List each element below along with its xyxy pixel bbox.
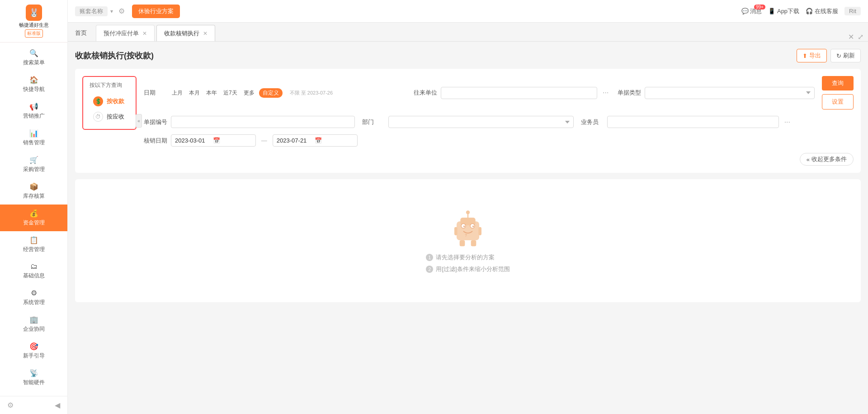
counterpart-input[interactable] xyxy=(441,87,597,99)
dept-select[interactable] xyxy=(388,116,573,128)
tab-home[interactable]: 首页 xyxy=(68,25,94,41)
counterpart-more-icon[interactable]: ··· xyxy=(601,89,610,97)
message-badge[interactable]: 💬 消息 99+ xyxy=(741,7,762,15)
tab-prepay-close-icon[interactable]: ✕ xyxy=(142,30,147,37)
capital-icon: 💰 xyxy=(29,209,38,218)
message-count: 99+ xyxy=(754,5,765,10)
query-button[interactable]: 查询 xyxy=(822,76,854,90)
app-logo: 🐰 畅捷通好生意 标准版 xyxy=(0,0,67,43)
hardware-icon: 📡 xyxy=(29,369,38,377)
topbar-right: 💬 消息 99+ 📱 App下载 🎧 在线客服 Rit xyxy=(741,7,861,15)
page-title: 收款核销执行(按收款) xyxy=(75,50,154,61)
sidebar-item-enterprise[interactable]: 🏢 企业协同 xyxy=(0,311,67,338)
account-name[interactable]: 账套名称 xyxy=(75,6,108,16)
collapse-sidebar-icon[interactable]: ◀ xyxy=(55,401,60,409)
sidebar-item-label: 新手引导 xyxy=(23,352,45,360)
date-separator: — xyxy=(261,137,267,144)
tab-collection-label: 收款核销执行 xyxy=(164,29,199,38)
refresh-button[interactable]: ↻ 刷新 xyxy=(830,49,861,62)
svg-rect-9 xyxy=(478,227,481,235)
staff-more-icon[interactable]: ··· xyxy=(783,118,792,126)
tab-expand-icon[interactable]: ⤢ xyxy=(858,33,863,41)
sidebar-item-basic[interactable]: 🗂 基础信息 xyxy=(0,258,67,284)
sidebar-item-beginner[interactable]: 🎯 新手引导 xyxy=(0,338,67,364)
empty-state: ? 1 请先选择要分析的方案 2 用[过滤]条件来缩小分析范围 xyxy=(75,179,861,302)
logo-text: 畅捷通好生意 xyxy=(19,22,49,29)
verify-date-start-input[interactable] xyxy=(175,137,211,144)
app-download-label: App下载 xyxy=(777,7,799,15)
online-service-link[interactable]: 🎧 在线客服 xyxy=(806,7,838,15)
query-type-by-receivable[interactable]: ⏱ 按应收 xyxy=(90,109,129,124)
query-type-by-receipt[interactable]: 💲 按收款 xyxy=(90,94,129,109)
doc-no-label: 单据编号 xyxy=(144,118,167,126)
user-account[interactable]: Rit xyxy=(844,7,861,15)
doc-type-group: 单据类型 xyxy=(618,87,815,99)
sidebar-item-hardware[interactable]: 📡 智能硬件 xyxy=(0,364,67,391)
date-btn-7days[interactable]: 近7天 xyxy=(222,88,239,98)
message-icon: 💬 xyxy=(741,8,749,14)
verify-date-group: 核销日期 📅 — 📅 xyxy=(144,134,358,147)
export-button[interactable]: ⬆ 导出 xyxy=(797,49,827,62)
settings-icon[interactable]: ⚙ xyxy=(7,401,14,409)
svg-point-7 xyxy=(472,226,474,227)
sidebar-item-label: 经营管理 xyxy=(23,246,45,253)
svg-rect-8 xyxy=(454,227,458,235)
sidebar-item-wechat[interactable]: 💬 企业微信 xyxy=(0,391,67,396)
settings-gear-icon[interactable]: ⚙ xyxy=(118,7,125,15)
tab-prepay[interactable]: 预付冲应付单 ✕ xyxy=(96,25,155,41)
date-btn-more[interactable]: 更多 xyxy=(242,88,256,98)
svg-point-5 xyxy=(470,224,475,228)
empty-tip-1: 1 请先选择要分析的方案 xyxy=(426,252,509,263)
filter-row-2: 单据编号 部门 业务员 ··· xyxy=(144,116,854,128)
verify-date-end-input[interactable] xyxy=(277,137,313,144)
counterpart-group: 往来单位 ··· xyxy=(414,87,611,99)
doc-type-select[interactable] xyxy=(645,87,815,99)
sidebar-item-operation[interactable]: 📋 经营管理 xyxy=(0,231,67,258)
verify-date-label: 核销日期 xyxy=(144,137,167,145)
sidebar-item-sales[interactable]: 📊 销售管理 xyxy=(0,124,67,151)
beginner-icon: 🎯 xyxy=(29,342,38,351)
calendar-end-icon[interactable]: 📅 xyxy=(315,137,322,144)
dropdown-arrow-icon[interactable]: ▾ xyxy=(110,8,113,14)
sidebar-item-system[interactable]: ⚙ 系统管理 xyxy=(0,284,67,311)
industry-solution-button[interactable]: 休验行业方案 xyxy=(132,5,180,18)
date-group: 日期 上月 本月 本年 近7天 更多 自定义 不限 至 2023-07-26 xyxy=(144,88,406,98)
logo-sub: 标准版 xyxy=(25,29,43,38)
content-area: 收款核销执行(按收款) ⬆ 导出 ↻ 刷新 按以下方查询 💲 xyxy=(68,42,868,414)
app-download-link[interactable]: 📱 App下载 xyxy=(768,7,799,15)
receipt-type-icon: 💲 xyxy=(93,96,103,106)
tab-close-all-icon[interactable]: ✕ xyxy=(848,33,854,41)
tip-num-2: 2 xyxy=(426,266,433,273)
sidebar-item-search[interactable]: 🔍 搜索菜单 xyxy=(0,44,67,71)
sidebar-item-quick-nav[interactable]: 🏠 快捷导航 xyxy=(0,71,67,98)
topbar-breadcrumb: 账套名称 ▾ ⚙ 休验行业方案 xyxy=(75,5,741,18)
sidebar-item-marketing[interactable]: 📢 营销推广 xyxy=(0,98,67,124)
set-button[interactable]: 设置 xyxy=(822,94,854,109)
sidebar-item-label: 搜索菜单 xyxy=(23,59,45,67)
date-btn-this-month[interactable]: 本月 xyxy=(187,88,202,98)
collapse-more-button[interactable]: « 收起更多条件 xyxy=(800,153,854,166)
calendar-start-icon[interactable]: 📅 xyxy=(213,137,220,144)
tip-text-1: 请先选择要分析的方案 xyxy=(436,252,495,263)
service-icon: 🎧 xyxy=(806,8,813,14)
svg-rect-10 xyxy=(460,240,465,246)
tab-collection-close-icon[interactable]: ✕ xyxy=(203,30,208,37)
wechat-icon: 💬 xyxy=(29,395,38,396)
sidebar-item-inventory[interactable]: 📦 库存核算 xyxy=(0,178,67,205)
date-btn-this-year[interactable]: 本年 xyxy=(204,88,219,98)
date-label: 日期 xyxy=(144,89,166,97)
date-btn-last-month[interactable]: 上月 xyxy=(170,88,184,98)
date-quick-buttons: 上月 本月 本年 近7天 更多 自定义 xyxy=(170,88,283,98)
tab-collection[interactable]: 收款核销执行 ✕ xyxy=(156,25,215,41)
collapse-query-type-button[interactable]: « xyxy=(136,114,142,128)
tab-prepay-label: 预付冲应付单 xyxy=(104,29,139,38)
staff-input[interactable] xyxy=(607,116,779,128)
doc-no-input[interactable] xyxy=(171,116,355,128)
sidebar-item-capital[interactable]: 💰 资金管理 xyxy=(0,205,67,231)
sidebar-item-purchase[interactable]: 🛒 采购管理 xyxy=(0,151,67,178)
sidebar-item-label: 基础信息 xyxy=(23,272,45,280)
filter-row-3: 核销日期 📅 — 📅 xyxy=(144,134,854,147)
sidebar-item-label: 系统管理 xyxy=(23,299,45,306)
tip-text-2: 用[过滤]条件来缩小分析范围 xyxy=(436,263,509,275)
date-btn-custom[interactable]: 自定义 xyxy=(259,88,283,98)
